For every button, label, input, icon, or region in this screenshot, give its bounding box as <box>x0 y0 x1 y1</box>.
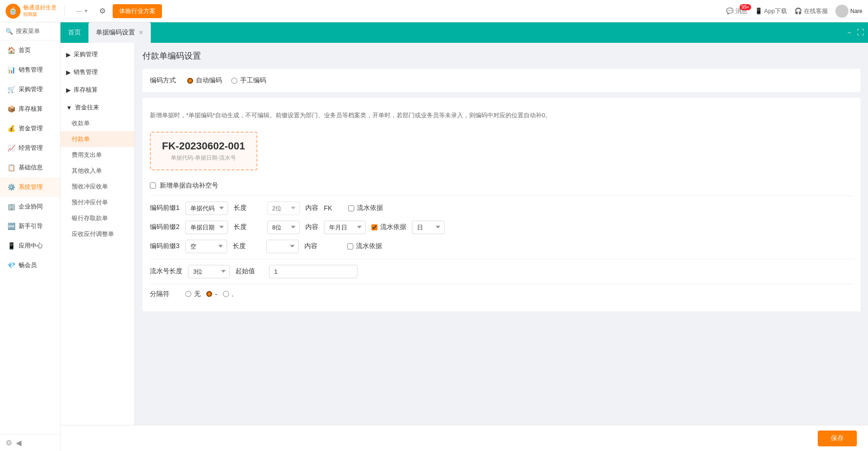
page-title: 付款单编码设置 <box>142 50 861 61</box>
stream1-checkbox[interactable] <box>348 205 354 211</box>
start-value-input[interactable] <box>269 265 357 278</box>
sub-nav-item-adjust[interactable]: 应收应付调整单 <box>61 226 135 242</box>
length2-label: 长度 <box>234 223 262 231</box>
inventory-icon: 📦 <box>7 105 15 113</box>
separator-dot-option[interactable]: . <box>223 290 234 298</box>
encoding-method-card: 编码方式 自动编码 手工编码 <box>142 69 861 92</box>
encoding-method-group: 编码方式 自动编码 手工编码 <box>150 76 853 85</box>
form-row-prefix2: 编码前缀2 单据日期 长度 8位 内容 年月日 <box>150 221 853 234</box>
bottom-bar: 保存 <box>61 425 868 451</box>
tab-home[interactable]: 首页 <box>61 22 88 43</box>
sub-nav-header-sales[interactable]: ▶ 销售管理 <box>61 64 135 80</box>
search-menu[interactable]: 🔍 搜索菜单 <box>0 22 60 40</box>
content2-label: 内容 <box>305 223 318 231</box>
tab-encoding-settings[interactable]: 单据编码设置 ✕ <box>88 22 151 43</box>
sidebar-item-system[interactable]: ⚙️ 系统管理 <box>0 177 60 197</box>
length2-select[interactable]: 8位 <box>267 221 300 234</box>
sub-nav-header-inventory[interactable]: ▶ 库存核算 <box>61 82 135 98</box>
serial-row: 流水号长度 3位 起始值 <box>150 265 853 278</box>
code-example-box: FK-20230602-001 单据代码-单据日期-流水号 <box>150 132 257 170</box>
serial-length-label: 流水号长度 <box>150 267 182 276</box>
sub-nav-item-bank[interactable]: 银行存取款单 <box>61 210 135 226</box>
save-button[interactable]: 保存 <box>818 431 857 446</box>
stream3-check-group: 流水依据 <box>347 242 382 250</box>
sub-nav-header-label: 资金往来 <box>75 103 99 112</box>
separator-none-radio[interactable] <box>185 291 191 297</box>
prefix1-select[interactable]: 单据代码 <box>185 202 228 215</box>
sub-nav-item-pre-payment[interactable]: 预付冲应付单 <box>61 195 135 210</box>
sidebar-item-label: 应用中心 <box>19 242 43 250</box>
vip-icon: 💎 <box>7 262 15 269</box>
auto-fill-checkbox[interactable] <box>150 182 156 188</box>
sidebar-item-vip[interactable]: 💎 畅会员 <box>0 256 60 275</box>
sidebar-item-label: 销售管理 <box>19 66 43 74</box>
start-value-label: 起始值 <box>236 267 263 276</box>
download-icon: 📱 <box>755 7 762 14</box>
content1-value: FK <box>324 204 343 212</box>
stream1-check-group: 流水依据 <box>348 204 383 212</box>
maximize-icon[interactable]: ⛶ <box>857 28 864 37</box>
sub-nav-item-expense[interactable]: 费用支出单 <box>61 147 135 163</box>
auto-encoding-radio[interactable] <box>187 78 193 84</box>
prefix2-select[interactable]: 单据日期 <box>185 221 228 234</box>
sidebar-item-finance[interactable]: 💰 资金管理 <box>0 119 60 138</box>
sidebar-item-inventory[interactable]: 📦 库存核算 <box>0 99 60 119</box>
sidebar-item-purchase[interactable]: 🛒 采购管理 <box>0 80 60 99</box>
manual-encoding-radio[interactable] <box>231 78 237 84</box>
auto-encoding-option[interactable]: 自动编码 <box>187 76 222 85</box>
tab-close-icon[interactable]: ✕ <box>139 29 143 36</box>
sub-nav-item-other-income[interactable]: 其他收入单 <box>61 163 135 179</box>
settings-bottom-icon[interactable]: ⚙ <box>6 438 12 447</box>
minimize-icon[interactable]: － <box>846 28 853 38</box>
separator-dot-radio[interactable] <box>223 291 229 297</box>
separator-dash-radio[interactable] <box>206 291 212 297</box>
divider3 <box>150 284 853 284</box>
nav-dropdown[interactable]: — ▼ <box>72 6 92 16</box>
serial-length-select[interactable]: 3位 <box>188 265 230 278</box>
enterprise-icon: 🏢 <box>7 203 15 210</box>
sub-nav-header-capital[interactable]: ▼ 资金往来 <box>61 100 135 115</box>
sub-nav-header-purchase[interactable]: ▶ 采购管理 <box>61 47 135 62</box>
trial-button[interactable]: 体验行业方案 <box>113 4 162 18</box>
settings-icon[interactable]: ⚙ <box>96 5 109 18</box>
stream2-checkbox[interactable] <box>371 224 377 230</box>
separator-none-option[interactable]: 无 <box>185 290 201 298</box>
code-example-main: FK-20230602-001 <box>162 140 245 152</box>
stream2-period-select[interactable]: 日 <box>412 221 444 234</box>
sidebar-item-basic[interactable]: 📋 基础信息 <box>0 158 60 177</box>
message-icon: 💬 <box>726 7 733 14</box>
separator-dot-label: . <box>232 290 234 298</box>
sidebar-item-enterprise[interactable]: 🏢 企业协同 <box>0 197 60 216</box>
sub-nav-group-capital: ▼ 资金往来 收款单 付款单 费用支出单 其他收入单 预收冲应收单 预付冲应付单… <box>61 100 135 242</box>
tab-bar-actions: － ⛶ <box>846 28 868 38</box>
sidebar-item-label: 经营管理 <box>19 144 43 152</box>
sidebar-item-label: 新手引导 <box>19 222 43 230</box>
sidebar-item-label: 企业协同 <box>19 202 43 211</box>
stream3-checkbox[interactable] <box>347 243 353 249</box>
chevron-down-icon: ▼ <box>84 8 88 13</box>
logo-text-block: 畅通道好生意 招商版 <box>23 4 57 17</box>
sub-nav-item-payment[interactable]: 付款单 <box>61 131 135 147</box>
user-profile[interactable]: Nare <box>835 5 862 18</box>
collapse-icon[interactable]: ◀ <box>16 438 21 447</box>
message-button[interactable]: 💬 消息 99+ <box>726 7 747 15</box>
manual-encoding-option[interactable]: 手工编码 <box>231 76 266 85</box>
prefix3-select[interactable]: 空 <box>185 240 227 253</box>
online-support-button[interactable]: 🎧 在线客服 <box>794 7 828 15</box>
sub-nav-item-receipt[interactable]: 收款单 <box>61 115 135 131</box>
sidebar-bottom: ⚙ ◀ <box>0 434 60 451</box>
length3-select[interactable] <box>266 240 299 253</box>
main-layout: 🔍 搜索菜单 🏠 首页 📊 销售管理 🛒 采购管理 📦 库存核算 💰 资金管理 … <box>0 22 868 451</box>
finance-icon: 💰 <box>7 125 15 132</box>
sidebar-item-guide[interactable]: 🆕 新手引导 <box>0 216 60 236</box>
sub-nav-item-pre-receipt[interactable]: 预收冲应收单 <box>61 179 135 195</box>
app-download-button[interactable]: 📱 App下载 <box>755 7 787 15</box>
content3-label: 内容 <box>304 242 317 250</box>
sidebar-item-label: 库存核算 <box>19 105 43 113</box>
sidebar-item-operation[interactable]: 📈 经营管理 <box>0 138 60 158</box>
sidebar-item-sales[interactable]: 📊 销售管理 <box>0 60 60 80</box>
sidebar-item-home[interactable]: 🏠 首页 <box>0 40 60 60</box>
sidebar-item-apps[interactable]: 📱 应用中心 <box>0 236 60 256</box>
separator-dash-option[interactable]: - <box>206 290 217 298</box>
content2-select[interactable]: 年月日 <box>324 221 366 234</box>
